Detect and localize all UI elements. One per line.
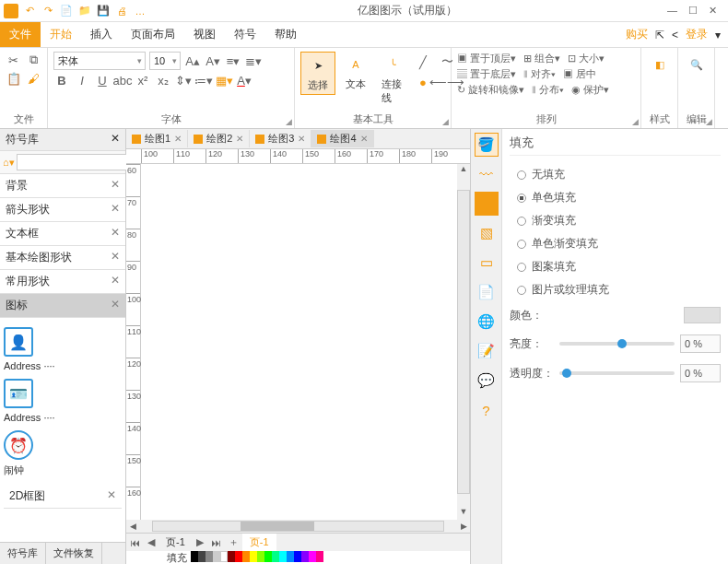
color-swatch[interactable] [316,551,323,562]
superscript-icon[interactable]: x² [135,72,151,88]
doc-tab-4[interactable]: 绘图4✕ [311,130,373,147]
arrange-dialog-launcher-icon[interactable]: ◢ [632,117,639,126]
rotate-button[interactable]: ↻ 旋转和镜像▾ [457,83,524,97]
grow-font-icon[interactable]: A▴ [184,53,201,69]
opacity-slider[interactable] [559,371,675,375]
paste-icon[interactable]: 📋 [6,70,22,87]
line-shape-icon[interactable]: ╱ [415,53,431,70]
buy-link[interactable]: 购买 [626,27,648,42]
italic-icon[interactable]: I [74,72,90,88]
highlight-icon[interactable]: ▦▾ [216,72,232,88]
color-swatch[interactable] [191,551,198,562]
qat-more-icon[interactable]: … [133,4,147,18]
home-icon[interactable]: ⌂▾ [3,157,15,169]
underline-icon[interactable]: U [94,72,111,88]
scrollbar-horizontal[interactable]: ◀ ▶ [126,520,470,533]
edit-dialog-launcher-icon[interactable]: ◢ [706,117,712,126]
undo-icon[interactable]: ↶ [22,4,37,18]
shadow-tool-icon[interactable]: ▧ [475,221,499,245]
opacity-value[interactable]: 0 % [680,364,721,382]
fill-pattern-radio[interactable]: 图案填充 [517,255,721,278]
protect-button[interactable]: ◉ 保护▾ [571,83,609,97]
scroll-up-icon[interactable]: ▲ [457,164,470,177]
font-dialog-launcher-icon[interactable]: ◢ [286,117,292,126]
panel-close-icon[interactable]: ✕ [111,132,120,147]
doc-tab-1[interactable]: 绘图1✕ [126,130,188,147]
align-button[interactable]: ⫴ 对齐▾ [523,67,556,81]
menu-view[interactable]: 视图 [184,22,225,47]
fill-texture-radio[interactable]: 图片或纹理填充 [517,278,721,301]
shape-address-2[interactable]: 🪪 Address ···· [4,379,122,423]
subscript-icon[interactable]: x₂ [155,72,171,88]
close-icon[interactable]: ✕ [360,134,368,144]
shrink-font-icon[interactable]: A▾ [205,53,221,69]
page-last-icon[interactable]: ⏭ [207,537,225,548]
font-color-icon[interactable]: A▾ [236,72,252,88]
category-2d-frame[interactable]: 2D框图✕ [4,485,122,509]
font-size-select[interactable]: 10 [149,52,181,70]
note-tool-icon[interactable]: 📝 [475,339,499,363]
bring-front-button[interactable]: ▣ 置于顶层▾ [457,52,516,65]
line-tool-icon[interactable]: 〰 [475,162,499,186]
color-swatch[interactable] [250,551,257,562]
scroll-down-icon[interactable]: ▼ [457,507,470,520]
format-painter-icon[interactable]: 🖌 [26,70,42,87]
bullets-icon[interactable]: ≔▾ [195,72,212,88]
size-button[interactable]: ⊡ 大小▾ [568,52,605,65]
tools-dialog-launcher-icon[interactable]: ◢ [442,117,449,126]
fill-solid-radio[interactable]: 单色填充 [517,186,721,209]
login-dropdown-icon[interactable]: ▾ [715,29,721,41]
menu-file[interactable]: 文件 [0,22,41,47]
login-link[interactable]: 登录 [686,27,708,42]
tab-symbol-library[interactable]: 符号库 [0,543,46,564]
color-swatch[interactable] [205,551,213,562]
web-tool-icon[interactable]: 🌐 [475,310,499,334]
print-icon[interactable]: 🖨 [114,4,129,18]
cut-icon[interactable]: ✂ [6,52,22,68]
page-add-icon[interactable]: ＋ [225,535,242,549]
comment-tool-icon[interactable]: 💬 [475,369,499,393]
color-swatch[interactable] [242,551,250,562]
share-icon[interactable]: < [672,29,678,41]
category-icons[interactable]: 图标✕ [0,294,125,318]
style-button[interactable]: ◧ [647,52,672,77]
solid-fill-icon[interactable] [475,192,499,216]
category-arrow[interactable]: 箭头形状✕ [0,198,125,222]
select-tool-button[interactable]: ➤ 选择 [300,52,335,95]
color-swatch[interactable] [294,551,301,562]
drawing-canvas[interactable] [141,164,457,520]
edit-button[interactable]: 🔍 [684,52,709,77]
fill-none-radio[interactable]: 无填充 [517,163,721,186]
color-swatch[interactable] [228,551,235,562]
open-icon[interactable]: 📁 [77,4,92,18]
group-button[interactable]: ⊞ 组合▾ [523,52,560,65]
brightness-value[interactable]: 0 % [680,334,721,353]
color-swatch[interactable] [309,551,316,562]
maximize-button[interactable]: ☐ [688,5,698,17]
redo-icon[interactable]: ↷ [41,4,55,18]
export-icon[interactable]: ⇱ [655,29,664,41]
color-picker-swatch[interactable] [684,307,721,323]
page-first-icon[interactable]: ⏮ [126,537,144,548]
category-common-shapes[interactable]: 常用形状✕ [0,270,125,294]
color-swatch[interactable] [235,551,242,562]
close-icon[interactable]: ✕ [298,134,305,144]
menu-insert[interactable]: 插入 [81,22,122,47]
save-icon[interactable]: 💾 [96,4,111,18]
color-swatch[interactable] [279,551,287,562]
color-swatch[interactable] [264,551,272,562]
text-tool-button[interactable]: A 文本 [339,52,372,93]
page-tab-active[interactable]: 页-1 [242,534,276,551]
tab-file-recovery[interactable]: 文件恢复 [46,543,102,564]
page-next-icon[interactable]: ▶ [193,536,207,548]
menu-help[interactable]: 帮助 [265,22,306,47]
category-background[interactable]: 背景✕ [0,174,125,198]
fill-tool-icon[interactable]: 🪣 [475,133,499,157]
scroll-left-icon[interactable]: ◀ [126,522,139,531]
send-back-button[interactable]: ▤ 置于底层▾ [457,67,516,81]
close-icon[interactable]: ✕ [174,134,182,144]
color-swatch[interactable] [257,551,264,562]
line-spacing-icon[interactable]: ⇕▾ [175,72,192,88]
align-v-icon[interactable]: ≣▾ [245,53,262,69]
category-basic-shapes[interactable]: 基本绘图形状✕ [0,246,125,270]
